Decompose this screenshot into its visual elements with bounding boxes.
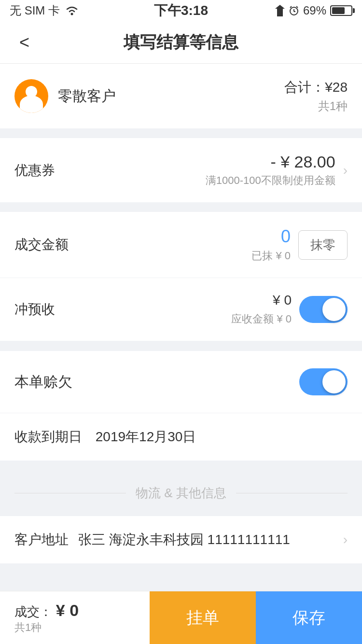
address-chevron-icon: › — [343, 532, 348, 547]
section-divider-1 — [0, 202, 362, 212]
svg-point-0 — [71, 13, 73, 15]
due-date-label: 收款到期日 — [14, 429, 82, 444]
deal-amount-sub: 已抹 ¥ 0 — [251, 249, 291, 263]
save-button[interactable]: 保存 — [256, 591, 362, 644]
arrears-section: 本单赊欠 收款到期日 2019年12月30日 — [0, 351, 362, 461]
logistics-line-left — [14, 493, 126, 493]
bottom-deal-label: 成交： — [14, 604, 52, 619]
prepayment-row: 冲预收 ¥ 0 应收金额 ¥ 0 — [0, 278, 362, 341]
coupon-right: - ¥ 28.00 满1000-100不限制使用金额 › — [206, 153, 348, 188]
status-right: 69% — [275, 4, 352, 17]
coupon-discount: - ¥ 28.00 — [206, 153, 335, 171]
pending-button[interactable]: 挂单 — [150, 591, 256, 644]
prepayment-right: ¥ 0 应收金额 ¥ 0 — [231, 293, 348, 326]
section-divider-2 — [0, 341, 362, 351]
wifi-icon — [65, 5, 79, 16]
bottom-deal-row: 成交： ¥ 0 — [14, 601, 135, 620]
coupon-label: 优惠券 — [14, 161, 55, 180]
customer-summary: 合计：¥28 共1种 — [284, 78, 348, 114]
amount-section: 成交金额 0 已抹 ¥ 0 抹零 冲预收 ¥ 0 应收金额 ¥ 0 — [0, 212, 362, 341]
alarm-icon — [289, 5, 299, 16]
page-title: 填写结算等信息 — [124, 31, 238, 54]
battery-icon — [330, 5, 352, 16]
address-section: 客户地址 张三 海淀永丰科技园 11111111111 › — [0, 516, 362, 563]
bottom-bar: 成交： ¥ 0 共1种 挂单 保存 — [0, 591, 362, 644]
customer-left: 零散客户 — [14, 79, 116, 113]
status-left: 无 SIM 卡 — [10, 3, 79, 18]
back-button[interactable]: < — [14, 28, 34, 57]
coupon-value: - ¥ 28.00 满1000-100不限制使用金额 — [206, 153, 335, 188]
svg-marker-1 — [275, 5, 285, 16]
due-date-row[interactable]: 收款到期日 2019年12月30日 — [0, 413, 362, 461]
bottom-deal-amount: ¥ 0 — [56, 601, 79, 619]
prepayment-toggle[interactable] — [299, 296, 348, 323]
battery-percent: 69% — [303, 4, 326, 17]
coupon-chevron-icon: › — [343, 163, 348, 178]
section-divider-3 — [0, 461, 362, 470]
arrears-toggle-knob — [322, 370, 346, 393]
prepayment-value: ¥ 0 — [273, 293, 292, 308]
total-amount: 合计：¥28 — [284, 78, 348, 97]
round-zero-button[interactable]: 抹零 — [298, 230, 348, 260]
customer-name: 零散客户 — [58, 86, 116, 106]
nav-bar: < 填写结算等信息 — [0, 21, 362, 64]
sim-status: 无 SIM 卡 — [10, 3, 60, 18]
deal-amount-row: 成交金额 0 已抹 ¥ 0 抹零 — [0, 212, 362, 278]
arrears-row: 本单赊欠 — [0, 351, 362, 413]
bottom-summary: 成交： ¥ 0 共1种 — [0, 601, 150, 635]
total-count: 共1种 — [284, 98, 348, 114]
bottom-count: 共1种 — [14, 620, 135, 635]
address-label: 客户地址 — [14, 531, 69, 549]
address-value: 张三 海淀永丰科技园 11111111111 — [78, 531, 343, 549]
arrears-label: 本单赊欠 — [14, 372, 72, 392]
content: 零散客户 合计：¥28 共1种 优惠券 - ¥ 28.00 满1000-100不… — [0, 64, 362, 621]
prepayment-value-area: ¥ 0 应收金额 ¥ 0 — [231, 293, 292, 326]
logistics-line-right — [236, 493, 348, 493]
status-time: 下午3:18 — [154, 1, 208, 20]
coupon-sub: 满1000-100不限制使用金额 — [206, 173, 335, 188]
coupon-row[interactable]: 优惠券 - ¥ 28.00 满1000-100不限制使用金额 › — [0, 138, 362, 202]
prepayment-label: 冲预收 — [14, 300, 55, 319]
logistics-divider: 物流 & 其他信息 — [14, 485, 348, 502]
due-date-value: 2019年12月30日 — [96, 429, 196, 444]
svg-line-6 — [296, 6, 298, 8]
address-row[interactable]: 客户地址 张三 海淀永丰科技园 11111111111 › — [0, 516, 362, 563]
customer-section: 零散客户 合计：¥28 共1种 — [0, 64, 362, 128]
deal-amount-value-area: 0 已抹 ¥ 0 — [251, 226, 291, 263]
location-icon — [275, 5, 285, 16]
logistics-label: 物流 & 其他信息 — [136, 485, 226, 502]
logistics-section: 物流 & 其他信息 — [0, 470, 362, 516]
deal-amount-value: 0 — [251, 226, 291, 247]
arrears-toggle[interactable] — [299, 368, 348, 395]
prepayment-sub: 应收金额 ¥ 0 — [231, 312, 292, 326]
deal-amount-right: 0 已抹 ¥ 0 抹零 — [251, 226, 348, 263]
coupon-section: 优惠券 - ¥ 28.00 满1000-100不限制使用金额 › — [0, 138, 362, 202]
toggle-knob — [322, 298, 346, 321]
svg-line-5 — [290, 6, 292, 8]
deal-amount-label: 成交金额 — [14, 236, 69, 254]
status-bar: 无 SIM 卡 下午3:18 69% — [0, 0, 362, 21]
customer-avatar — [14, 79, 48, 113]
